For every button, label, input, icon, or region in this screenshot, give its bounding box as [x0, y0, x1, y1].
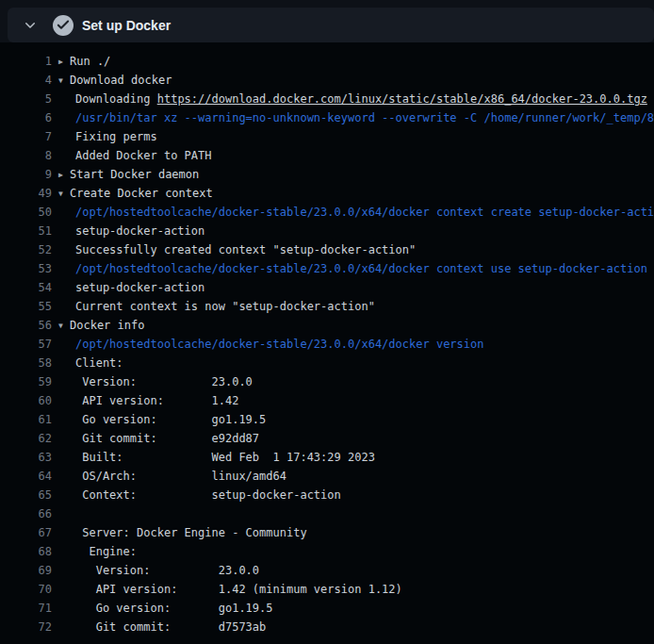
- line-content: API version: 1.42 (minimum version 1.12): [75, 580, 402, 599]
- log-lines: 1▶Run ./4▼Download docker5Downloading ht…: [0, 52, 654, 636]
- triangle-down-icon[interactable]: ▼: [58, 317, 70, 336]
- log-line: 61 Go version: go1.19.5: [0, 410, 654, 429]
- log-line: 65 Context: setup-docker-action: [0, 486, 654, 504]
- log-line: 55Current context is now "setup-docker-a…: [0, 297, 654, 316]
- triangle-down-icon[interactable]: ▼: [58, 185, 70, 204]
- log-line: 59 Version: 23.0.0: [0, 372, 654, 391]
- line-content: Added Docker to PATH: [75, 146, 212, 165]
- line-content: setup-docker-action: [75, 278, 204, 297]
- line-number[interactable]: 59: [0, 372, 52, 391]
- line-number[interactable]: 55: [0, 297, 52, 316]
- log-line: 57/opt/hostedtoolcache/docker-stable/23.…: [0, 335, 654, 354]
- log-line: 7Fixing perms: [0, 127, 654, 146]
- line-content: Go version: go1.19.5: [75, 410, 266, 429]
- log-link[interactable]: https://download.docker.com/linux/static…: [157, 92, 647, 106]
- line-content[interactable]: ▶Run ./: [58, 52, 110, 72]
- line-number[interactable]: 71: [0, 599, 52, 618]
- line-content: Downloading https://download.docker.com/…: [75, 90, 647, 108]
- line-number[interactable]: 67: [0, 523, 52, 542]
- line-number[interactable]: 63: [0, 448, 52, 467]
- line-content: setup-docker-action: [75, 222, 204, 240]
- line-number[interactable]: 9: [0, 165, 52, 184]
- log-line: 51setup-docker-action: [0, 222, 654, 240]
- line-number[interactable]: 62: [0, 429, 52, 448]
- line-number[interactable]: 5: [0, 90, 52, 108]
- log-line: 6/usr/bin/tar xz --warning=no-unknown-ke…: [0, 108, 654, 127]
- line-content: Context: setup-docker-action: [75, 486, 341, 504]
- log-line: 50/opt/hostedtoolcache/docker-stable/23.…: [0, 203, 654, 222]
- line-content: Git commit: d7573ab: [75, 618, 266, 636]
- log-area: 1▶Run ./4▼Download docker5Downloading ht…: [0, 42, 654, 644]
- log-line: 69 Version: 23.0.0: [0, 561, 654, 580]
- step-header[interactable]: Set up Docker: [8, 8, 654, 42]
- line-content[interactable]: ▶Start Docker daemon: [58, 165, 199, 185]
- line-content[interactable]: ▼Create Docker context: [58, 184, 213, 204]
- line-number[interactable]: 1: [0, 52, 52, 71]
- line-number[interactable]: 56: [0, 316, 52, 335]
- log-line: 64 OS/Arch: linux/amd64: [0, 467, 654, 486]
- group-title[interactable]: Start Docker daemon: [70, 168, 199, 181]
- chevron-down-icon[interactable]: [23, 18, 38, 33]
- line-content[interactable]: ▼Docker info: [58, 316, 144, 336]
- line-content: /opt/hostedtoolcache/docker-stable/23.0.…: [75, 203, 654, 222]
- line-content[interactable]: ▼Download docker: [58, 71, 172, 91]
- check-circle-icon: [53, 15, 74, 36]
- triangle-right-icon[interactable]: ▶: [58, 166, 70, 185]
- log-line: 5Downloading https://download.docker.com…: [0, 90, 654, 108]
- line-number[interactable]: 57: [0, 335, 52, 354]
- line-number[interactable]: 66: [0, 504, 52, 523]
- group-title[interactable]: Docker info: [70, 319, 144, 332]
- line-number[interactable]: 68: [0, 542, 52, 561]
- step-title: Set up Docker: [82, 18, 171, 33]
- line-number[interactable]: 52: [0, 240, 52, 259]
- line-number[interactable]: 4: [0, 71, 52, 90]
- group-title[interactable]: Download docker: [70, 74, 172, 87]
- line-number[interactable]: 61: [0, 410, 52, 429]
- line-number[interactable]: 8: [0, 146, 52, 165]
- line-number[interactable]: 58: [0, 354, 52, 372]
- log-line: 72 Git commit: d7573ab: [0, 618, 654, 636]
- log-line: 71 Go version: go1.19.5: [0, 599, 654, 618]
- triangle-right-icon[interactable]: ▶: [58, 53, 70, 72]
- line-number[interactable]: 65: [0, 486, 52, 504]
- log-line: 49▼Create Docker context: [0, 184, 654, 203]
- line-content: Version: 23.0.0: [75, 561, 259, 580]
- group-title[interactable]: Create Docker context: [70, 187, 213, 200]
- log-line: 63 Built: Wed Feb 1 17:43:29 2023: [0, 448, 654, 467]
- line-number[interactable]: 60: [0, 391, 52, 410]
- log-line: 66: [0, 504, 654, 523]
- line-content: Go version: go1.19.5: [75, 599, 273, 618]
- log-line: 60 API version: 1.42: [0, 391, 654, 410]
- line-content: Built: Wed Feb 1 17:43:29 2023: [75, 448, 375, 467]
- line-number[interactable]: 54: [0, 278, 52, 297]
- line-number[interactable]: 53: [0, 259, 52, 278]
- log-line: 54setup-docker-action: [0, 278, 654, 297]
- line-content: Fixing perms: [75, 127, 157, 146]
- line-number[interactable]: 50: [0, 203, 52, 222]
- line-content: Git commit: e92dd87: [75, 429, 259, 448]
- line-text: Downloading: [75, 92, 157, 106]
- log-line: 70 API version: 1.42 (minimum version 1.…: [0, 580, 654, 599]
- line-number[interactable]: 70: [0, 580, 52, 599]
- log-line: 8Added Docker to PATH: [0, 146, 654, 165]
- line-content: /usr/bin/tar xz --warning=no-unknown-key…: [75, 108, 654, 127]
- line-content: API version: 1.42: [75, 391, 238, 410]
- line-content: Current context is now "setup-docker-act…: [75, 297, 375, 316]
- log-line: 62 Git commit: e92dd87: [0, 429, 654, 448]
- line-number[interactable]: 72: [0, 618, 52, 636]
- log-line: 52Successfully created context "setup-do…: [0, 240, 654, 259]
- line-number[interactable]: 7: [0, 127, 52, 146]
- log-line: 67 Server: Docker Engine - Community: [0, 523, 654, 542]
- line-number[interactable]: 51: [0, 222, 52, 240]
- log-line: 56▼Docker info: [0, 316, 654, 335]
- line-content: OS/Arch: linux/amd64: [75, 467, 286, 486]
- line-number[interactable]: 49: [0, 184, 52, 203]
- line-number[interactable]: 69: [0, 561, 52, 580]
- triangle-down-icon[interactable]: ▼: [58, 72, 70, 91]
- log-line: 68 Engine:: [0, 542, 654, 561]
- line-content: Server: Docker Engine - Community: [75, 523, 307, 542]
- log-line: 9▶Start Docker daemon: [0, 165, 654, 184]
- line-number[interactable]: 64: [0, 467, 52, 486]
- line-number[interactable]: 6: [0, 108, 52, 127]
- group-title[interactable]: Run ./: [70, 55, 110, 68]
